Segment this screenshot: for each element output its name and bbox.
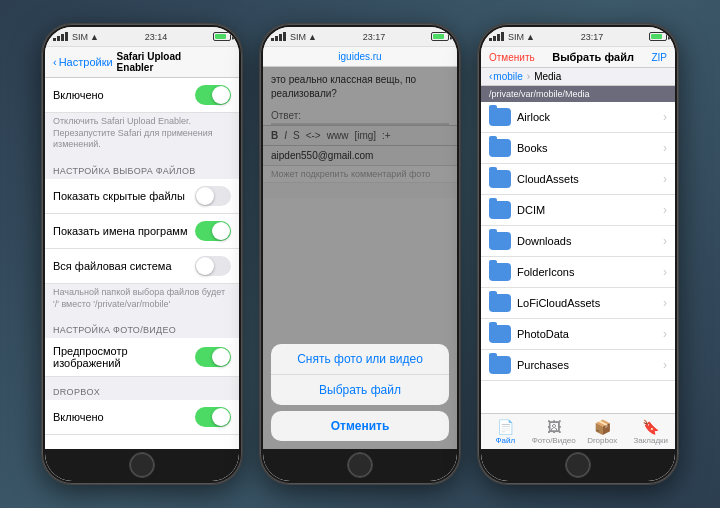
file-row-lofi[interactable]: LoFiCloudAssets › bbox=[481, 288, 675, 319]
file-row-dcim[interactable]: DCIM › bbox=[481, 195, 675, 226]
breadcrumb-parent: mobile bbox=[493, 71, 522, 82]
enabled-desc: Отключить Safari Upload Enabler. Перезап… bbox=[45, 113, 239, 156]
enabled-label: Включено bbox=[53, 89, 104, 101]
tab-photo[interactable]: 🖼 Фото/Видео bbox=[530, 419, 579, 445]
status-bar-1: SIM ▲ 23:14 bbox=[45, 27, 239, 47]
time-2: 23:17 bbox=[363, 32, 386, 42]
back-chevron-3: ‹ bbox=[489, 71, 492, 82]
section-dropbox: DROPBOX bbox=[45, 377, 239, 400]
folder-icon-purchases bbox=[489, 356, 511, 374]
phone-3: SIM ▲ 23:17 Отменить Выбрать файл ZIP ‹ … bbox=[478, 24, 678, 484]
file-row-purchases[interactable]: Purchases › bbox=[481, 350, 675, 381]
breadcrumb-current: Media bbox=[534, 71, 561, 82]
phone-1: SIM ▲ 23:14 ‹ Настройки Safari Upload En… bbox=[42, 24, 242, 484]
tab-dropbox[interactable]: 📦 Dropbox bbox=[578, 419, 627, 445]
zip-button[interactable]: ZIP bbox=[651, 52, 667, 63]
row-filesystem[interactable]: Вся файловая система bbox=[45, 249, 239, 284]
hidden-files-label: Показать скрытые файлы bbox=[53, 190, 185, 202]
photo-tab-icon: 🖼 bbox=[547, 419, 561, 435]
status-left-2: SIM ▲ bbox=[271, 32, 317, 42]
folder-icon-cloudassets bbox=[489, 170, 511, 188]
battery-icon bbox=[213, 32, 231, 41]
file-name-lofi: LoFiCloudAssets bbox=[517, 297, 657, 309]
cancel-button[interactable]: Отменить bbox=[271, 411, 449, 441]
toggle-hidden[interactable] bbox=[195, 186, 231, 206]
take-photo-button[interactable]: Снять фото или видео bbox=[271, 344, 449, 375]
carrier-label: SIM bbox=[72, 32, 88, 42]
row-dropbox-enabled[interactable]: Включено bbox=[45, 400, 239, 435]
bookmarks-tab-icon: 🔖 bbox=[642, 419, 659, 435]
action-sheet-group: Снять фото или видео Выбрать файл bbox=[271, 344, 449, 405]
path-text: /private/var/mobile/Media bbox=[489, 89, 590, 99]
nav-title-1: Safari Upload Enabler bbox=[117, 51, 197, 73]
dropbox-tab-label: Dropbox bbox=[587, 436, 617, 445]
filesystem-desc: Начальной папкой выбора файлов будет '/'… bbox=[45, 284, 239, 315]
signal-icon bbox=[53, 32, 68, 41]
toggle-enabled[interactable] bbox=[195, 85, 231, 105]
cancel-nav-button[interactable]: Отменить bbox=[489, 52, 535, 63]
breadcrumb-back[interactable]: ‹ mobile bbox=[489, 71, 523, 82]
file-name-dcim: DCIM bbox=[517, 204, 657, 216]
file-row-photodata[interactable]: PhotoData › bbox=[481, 319, 675, 350]
toggle-dropbox[interactable] bbox=[195, 407, 231, 427]
tab-file[interactable]: 📄 Файл bbox=[481, 419, 530, 445]
path-bar: /private/var/mobile/Media bbox=[481, 86, 675, 102]
home-button-3[interactable] bbox=[565, 452, 591, 478]
breadcrumb-sep: › bbox=[527, 71, 530, 82]
chevron-purchases: › bbox=[663, 358, 667, 372]
chevron-downloads: › bbox=[663, 234, 667, 248]
back-button-1[interactable]: ‹ Настройки bbox=[53, 56, 113, 68]
url-text: iguides.ru bbox=[338, 51, 381, 62]
toggle-fs[interactable] bbox=[195, 256, 231, 276]
toggle-preview[interactable] bbox=[195, 347, 231, 367]
file-name-purchases: Purchases bbox=[517, 359, 657, 371]
url-bar[interactable]: iguides.ru bbox=[263, 47, 457, 67]
folder-icon-foldericons bbox=[489, 263, 511, 281]
show-names-label: Показать имена программ bbox=[53, 225, 187, 237]
row-preview[interactable]: Предпросмотр изображений bbox=[45, 338, 239, 377]
wifi-icon: ▲ bbox=[90, 32, 99, 42]
wifi-icon-3: ▲ bbox=[526, 32, 535, 42]
phone-bottom-3 bbox=[481, 449, 675, 481]
settings-row-enabled[interactable]: Включено bbox=[45, 78, 239, 113]
file-tab-icon: 📄 bbox=[497, 419, 514, 435]
nav-bar-1: ‹ Настройки Safari Upload Enabler bbox=[45, 47, 239, 78]
chevron-airlock: › bbox=[663, 110, 667, 124]
preview-label: Предпросмотр изображений bbox=[53, 345, 195, 369]
row-hidden-files[interactable]: Показать скрытые файлы bbox=[45, 179, 239, 214]
chevron-lofi: › bbox=[663, 296, 667, 310]
row-show-names[interactable]: Показать имена программ bbox=[45, 214, 239, 249]
phone-bottom-1 bbox=[45, 449, 239, 481]
file-row-books[interactable]: Books › bbox=[481, 133, 675, 164]
settings-list: Включено Отключить Safari Upload Enabler… bbox=[45, 78, 239, 435]
tab-bookmarks[interactable]: 🔖 Закладки bbox=[627, 419, 676, 445]
folder-icon-airlock bbox=[489, 108, 511, 126]
photo-tab-label: Фото/Видео bbox=[532, 436, 576, 445]
tab-bar: 📄 Файл 🖼 Фото/Видео 📦 Dropbox 🔖 Закладки bbox=[481, 413, 675, 449]
file-tab-label: Файл bbox=[495, 436, 515, 445]
picker-nav-bar: Отменить Выбрать файл ZIP bbox=[481, 47, 675, 68]
action-sheet-overlay: Снять фото или видео Выбрать файл Отмени… bbox=[263, 67, 457, 449]
home-button-1[interactable] bbox=[129, 452, 155, 478]
folder-icon-books bbox=[489, 139, 511, 157]
toggle-names[interactable] bbox=[195, 221, 231, 241]
settings-screen: ‹ Настройки Safari Upload Enabler Включе… bbox=[45, 47, 239, 449]
action-sheet: Снять фото или видео Выбрать файл Отмени… bbox=[263, 336, 457, 449]
back-chevron-icon: ‹ bbox=[53, 56, 57, 68]
file-row-foldericons[interactable]: FolderIcons › bbox=[481, 257, 675, 288]
picker-screen: Отменить Выбрать файл ZIP ‹ mobile › Med… bbox=[481, 47, 675, 449]
chevron-photodata: › bbox=[663, 327, 667, 341]
wifi-icon-2: ▲ bbox=[308, 32, 317, 42]
file-row-downloads[interactable]: Downloads › bbox=[481, 226, 675, 257]
phone-bottom-2 bbox=[263, 449, 457, 481]
file-row-cloudassets[interactable]: CloudAssets › bbox=[481, 164, 675, 195]
choose-file-button[interactable]: Выбрать файл bbox=[271, 375, 449, 405]
folder-icon-dcim bbox=[489, 201, 511, 219]
file-name-airlock: Airlock bbox=[517, 111, 657, 123]
home-button-2[interactable] bbox=[347, 452, 373, 478]
file-row-airlock[interactable]: Airlock › bbox=[481, 102, 675, 133]
section-files: НАСТРОЙКА ВЫБОРА ФАЙЛОВ bbox=[45, 156, 239, 179]
status-left-3: SIM ▲ bbox=[489, 32, 535, 42]
phone-2: SIM ▲ 23:17 iguides.ru это реально класс… bbox=[260, 24, 460, 484]
chevron-cloudassets: › bbox=[663, 172, 667, 186]
